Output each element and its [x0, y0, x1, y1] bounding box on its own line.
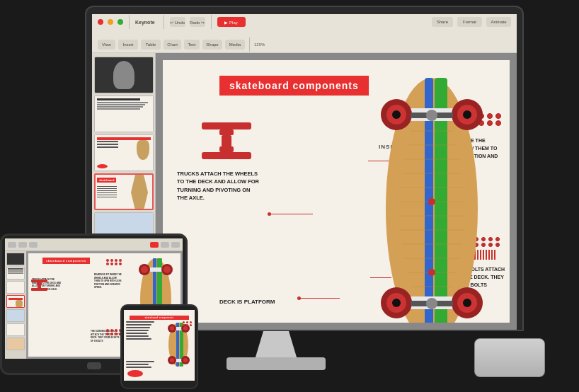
- svg-point-47: [164, 266, 171, 273]
- tablet-bearing-text: BEARINGS FIT INSIDE THE WHEELS AND ALLOW…: [94, 273, 122, 289]
- tablet-btn-1[interactable]: [8, 242, 16, 248]
- media-btn[interactable]: Media: [225, 40, 245, 50]
- svg-point-16: [426, 110, 437, 121]
- phone-title-text: skateboard components: [145, 316, 174, 319]
- svg-point-20: [392, 299, 401, 307]
- view-btn[interactable]: View: [98, 40, 115, 50]
- monitor-stand: [255, 331, 297, 359]
- slide-thumb-4-active[interactable]: skateboard: [94, 173, 154, 210]
- insert-btn[interactable]: Insert: [118, 40, 138, 50]
- share-btn[interactable]: Share: [432, 17, 453, 27]
- phone-line-4: [126, 330, 149, 331]
- phone-trucks-text: [126, 321, 154, 341]
- phone-line-5: [126, 333, 147, 334]
- svg-point-62: [170, 326, 174, 330]
- keynote-toolbar: Keynote ↩ Undo Redo ↪ ▶ Play Share Forma…: [92, 14, 517, 53]
- toolbar-separator-1: [129, 15, 130, 29]
- phone-bearing-dots: [183, 321, 193, 326]
- tablet-thumb-3[interactable]: [6, 281, 25, 294]
- toolbar-sep-4: [249, 38, 250, 52]
- phone-bottom-line-1: [126, 361, 154, 362]
- svg-rect-1: [219, 129, 234, 135]
- app-name-label: Keynote: [135, 20, 155, 25]
- tablet-btn-6[interactable]: [171, 242, 180, 248]
- shape-btn[interactable]: Shape: [202, 40, 222, 50]
- skateboard-illustration: [340, 60, 510, 323]
- toolbar-minimize[interactable]: [108, 19, 113, 25]
- phone-line-3: [126, 327, 150, 328]
- tablet-bearing-dots: [106, 259, 122, 265]
- text-btn[interactable]: Text: [184, 40, 200, 50]
- phone-line-7: [126, 338, 151, 340]
- tablet-home-button[interactable]: [87, 362, 101, 369]
- phone-line-1: [126, 321, 154, 323]
- svg-rect-53: [31, 279, 47, 282]
- toolbar-maximize[interactable]: [117, 19, 123, 25]
- svg-point-38: [428, 198, 435, 205]
- toolbar-close[interactable]: [98, 19, 103, 25]
- trucks-connector-line: [270, 214, 313, 214]
- chart-btn[interactable]: Chart: [164, 40, 181, 50]
- phone-red-oval: [127, 370, 143, 377]
- slide-thumb-bg-4: skateboard: [96, 175, 152, 209]
- svg-point-64: [183, 326, 188, 330]
- format-btn[interactable]: Format: [457, 17, 482, 27]
- phone-bottom-line-3: [126, 367, 151, 368]
- phone-bottom-text: [126, 361, 154, 369]
- tablet-slide-title: skateboard components: [42, 258, 90, 264]
- phone-slide-content: skateboard components: [124, 310, 195, 381]
- slide-title-text: skateboard components: [229, 80, 359, 91]
- tablet-thumb-6[interactable]: [6, 323, 25, 336]
- tablet-trucks-shape: [30, 278, 48, 292]
- slide-canvas[interactable]: skateboard components: [163, 60, 510, 323]
- deck-connector-line: [301, 298, 340, 299]
- slide-title-banner: skateboard components: [219, 76, 369, 96]
- slide-thumb-3[interactable]: [94, 134, 154, 171]
- phone: skateboard components: [120, 304, 198, 389]
- tablet-btn-4[interactable]: [150, 242, 159, 248]
- tablet-toolbar: [5, 238, 183, 251]
- mac-mini: [474, 338, 545, 377]
- svg-rect-2: [222, 135, 231, 148]
- tablet-btn-2[interactable]: [18, 242, 27, 248]
- svg-point-23: [463, 299, 471, 307]
- redo-btn[interactable]: Redo ↪: [190, 17, 205, 27]
- svg-point-67: [170, 358, 174, 362]
- table-btn[interactable]: Table: [141, 40, 161, 50]
- phone-screen: skateboard components: [124, 310, 195, 381]
- tablet-btn-3[interactable]: [29, 242, 38, 248]
- deck-description: DECK IS PLATFORM: [219, 299, 275, 305]
- svg-rect-54: [37, 282, 42, 285]
- svg-rect-3: [202, 152, 251, 159]
- tablet-thumb-panel: [5, 251, 26, 359]
- svg-point-39: [428, 269, 435, 276]
- svg-point-11: [392, 110, 401, 119]
- tablet-thumb-1[interactable]: [6, 253, 25, 265]
- slide-thumb-2[interactable]: [94, 96, 154, 132]
- tablet-thumb-5[interactable]: [6, 309, 25, 322]
- tablet-thumb-4-sk: [16, 300, 23, 308]
- phone-bottom-line-2: [126, 364, 149, 365]
- monitor-base: [227, 357, 326, 370]
- phone-line-6: [126, 335, 149, 337]
- slide-thumb-bg-2: [95, 96, 153, 132]
- phone-skateboard-mini: [163, 320, 195, 369]
- svg-rect-56: [31, 288, 47, 291]
- tablet-thumb-2[interactable]: [6, 267, 25, 279]
- trucks-diagram: [198, 117, 255, 166]
- main-slide-area: skateboard components: [156, 53, 517, 330]
- toolbar-separator-3: [211, 15, 212, 29]
- phone-line-2: [126, 324, 151, 325]
- undo-btn[interactable]: ↩ Undo: [170, 17, 185, 27]
- tablet-thumb-4-active[interactable]: [6, 295, 25, 308]
- trucks-description: TRUCKS ATTACH THE WHEELS TO THE DECK AND…: [177, 170, 262, 202]
- tablet-btn-5[interactable]: [161, 242, 169, 248]
- play-btn[interactable]: ▶ Play: [217, 17, 246, 27]
- svg-rect-4: [219, 146, 234, 152]
- svg-rect-0: [202, 122, 251, 129]
- slide-thumb-bg-1: [95, 57, 153, 93]
- svg-point-69: [183, 358, 188, 362]
- slide-thumb-1[interactable]: [94, 57, 154, 93]
- animate-btn[interactable]: Animate: [486, 17, 511, 27]
- tablet-thumb-7[interactable]: [6, 338, 25, 350]
